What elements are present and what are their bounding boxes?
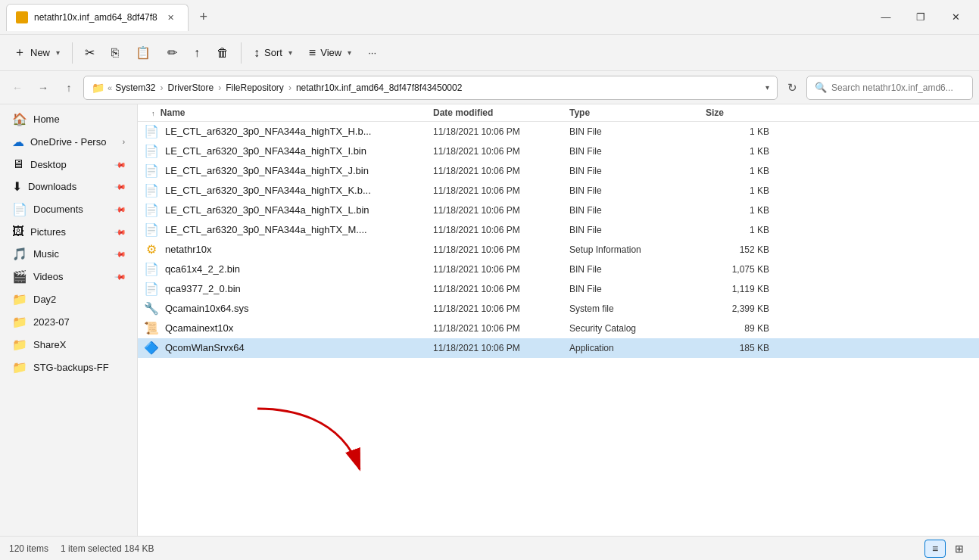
sidebar-item-documents[interactable]: 📄 Documents 📌 [3,198,134,220]
new-icon: ＋ [14,45,26,61]
cut-button[interactable]: ✂ [77,41,102,64]
item-count: 120 items [9,543,48,554]
table-row[interactable]: 📜 Qcamainext10x 11/18/2021 10:06 PM Secu… [138,319,979,338]
refresh-button[interactable]: ↻ [781,76,803,99]
table-row[interactable]: 📄 LE_CTL_ar6320_3p0_NFA344a_highTX_I.bin… [138,142,979,161]
path-driverstore: DriverStore [167,82,214,93]
address-path[interactable]: 📁 « System32 › DriverStore › FileReposit… [83,76,778,100]
sidebar-sharex-label: ShareX [33,339,125,350]
paste-button[interactable]: 📋 [128,41,158,64]
file-type: BIN File [569,284,706,294]
column-name[interactable]: ↑ Name [138,107,433,118]
table-row[interactable]: 📄 LE_CTL_ar6320_3p0_NFA344a_highTX_J.bin… [138,161,979,181]
file-date: 11/18/2021 10:06 PM [433,343,569,353]
music-pin-icon: 📌 [114,247,126,260]
up-button[interactable]: ↑ [58,76,80,99]
sidebar-item-sharex[interactable]: 📁 ShareX [3,334,134,356]
sidebar-2023-07-label: 2023-07 [33,316,125,328]
file-list-header: ↑ Name Date modified Type Size [138,104,979,122]
sidebar-pictures-label: Pictures [30,226,110,238]
close-button[interactable]: ✕ [938,5,973,30]
toolbar: ＋ New ▾ ✂ ⎘ 📋 ✏ ↑ 🗑 ↕ Sort ▾ ≡ View ▾ ··… [0,35,979,71]
sidebar-item-onedrive[interactable]: ☁ OneDrive - Perso › [3,131,134,153]
share-icon: ↑ [194,46,200,60]
table-row[interactable]: 📄 qca61x4_2_2.bin 11/18/2021 10:06 PM BI… [138,260,979,279]
file-icon-sys: 🔧 [138,301,165,316]
sidebar-item-stg-backups[interactable]: 📁 STG-backups-FF [3,356,134,378]
documents-icon: 📄 [12,202,27,216]
column-size[interactable]: Size [706,107,781,118]
file-icon-bin: 📄 [138,262,165,276]
file-date: 11/18/2021 10:06 PM [433,205,569,216]
file-icon-cat: 📜 [138,321,165,335]
sidebar-item-day2[interactable]: 📁 Day2 [3,288,134,310]
file-list: ↑ Name Date modified Type Size 📄 LE_CTL_… [138,104,979,536]
sidebar-item-pictures[interactable]: 🖼 Pictures 📌 [3,221,134,242]
path-folder-icon: 📁 [92,82,104,94]
add-tab-button[interactable]: + [192,5,216,30]
rename-button[interactable]: ✏ [160,41,185,64]
file-date: 11/18/2021 10:06 PM [433,185,569,196]
table-row[interactable]: ⚙ netathr10x 11/18/2021 10:06 PM Setup I… [138,240,979,260]
table-row[interactable]: 📄 LE_CTL_ar6320_3p0_NFA344a_highTX_L.bin… [138,201,979,220]
maximize-button[interactable]: ❐ [903,5,938,30]
sidebar-documents-label: Documents [33,204,110,215]
videos-pin-icon: 📌 [114,270,126,282]
file-size: 1,075 KB [706,264,781,275]
search-input[interactable] [831,82,965,93]
sidebar-item-2023-07[interactable]: 📁 2023-07 [3,311,134,333]
table-row[interactable]: 📄 LE_CTL_ar6320_3p0_NFA344a_highTX_H.b..… [138,122,979,142]
search-box[interactable]: 🔍 [806,76,973,100]
path-folder-name: netathr10x.inf_amd64_8df47f8f43450002 [296,82,463,93]
column-date-modified[interactable]: Date modified [433,107,569,118]
table-row[interactable]: 🔷 QcomWlanSrvx64 11/18/2021 10:06 PM App… [138,338,979,358]
table-row[interactable]: 🔧 Qcamain10x64.sys 11/18/2021 10:06 PM S… [138,299,979,319]
file-icon-bin: 📄 [138,282,165,296]
sidebar-desktop-label: Desktop [30,159,110,170]
sidebar-item-videos[interactable]: 🎬 Videos 📌 [3,266,134,288]
new-button[interactable]: ＋ New ▾ [6,40,67,65]
column-type[interactable]: Type [569,107,706,118]
file-type: Setup Information [569,244,706,255]
forward-button[interactable]: → [32,76,55,99]
minimize-button[interactable]: — [868,5,903,30]
tab-close-button[interactable]: ✕ [164,10,179,25]
file-name: qca9377_2_0.bin [165,283,433,294]
file-icon-app: 🔷 [138,341,165,355]
sidebar-item-downloads[interactable]: ⬇ Downloads 📌 [3,176,134,198]
file-date: 11/18/2021 10:06 PM [433,323,569,334]
path-sep-1: › [160,82,163,93]
file-name: LE_CTL_ar6320_3p0_NFA344a_highTX_H.b... [165,126,433,137]
file-icon-bin: 📄 [138,183,165,198]
table-row[interactable]: 📄 qca9377_2_0.bin 11/18/2021 10:06 PM BI… [138,279,979,299]
sidebar-item-desktop[interactable]: 🖥 Desktop 📌 [3,154,134,175]
path-dropdown-arrow[interactable]: ▾ [765,83,769,92]
delete-icon: 🗑 [217,46,229,60]
sidebar-item-home[interactable]: 🏠 Home [3,108,134,130]
sort-button[interactable]: ↕ Sort ▾ [246,42,300,64]
toolbar-separator-2 [241,42,242,64]
pictures-icon: 🖼 [12,225,24,238]
sidebar-item-music[interactable]: 🎵 Music 📌 [3,243,134,265]
table-row[interactable]: 📄 LE_CTL_ar6320_3p0_NFA344a_highTX_K.b..… [138,181,979,201]
file-name: LE_CTL_ar6320_3p0_NFA344a_highTX_J.bin [165,165,433,176]
table-row[interactable]: 📄 LE_CTL_ar6320_3p0_NFA344a_highTX_M....… [138,220,979,240]
file-name: netathr10x [165,244,433,255]
sidebar: 🏠 Home ☁ OneDrive - Perso › 🖥 Desktop 📌 … [0,104,138,536]
back-button[interactable]: ← [6,76,29,99]
share-button[interactable]: ↑ [186,42,207,64]
file-type: BIN File [569,146,706,157]
copy-button[interactable]: ⎘ [104,42,126,64]
grid-view-button[interactable]: ⊞ [949,540,970,558]
sidebar-day2-label: Day2 [33,294,125,305]
toolbar-separator-1 [72,42,73,64]
path-sep-2: › [218,82,221,93]
active-tab[interactable]: netathr10x.inf_amd64_8df47f8 ✕ [6,4,189,31]
path-breadcrumb: « [108,83,112,92]
more-button[interactable]: ··· [360,42,384,63]
delete-button[interactable]: 🗑 [209,42,236,64]
main-content: 🏠 Home ☁ OneDrive - Perso › 🖥 Desktop 📌 … [0,104,979,536]
view-button[interactable]: ≡ View ▾ [301,42,359,64]
search-icon: 🔍 [815,82,827,93]
detail-view-button[interactable]: ≡ [924,540,946,558]
